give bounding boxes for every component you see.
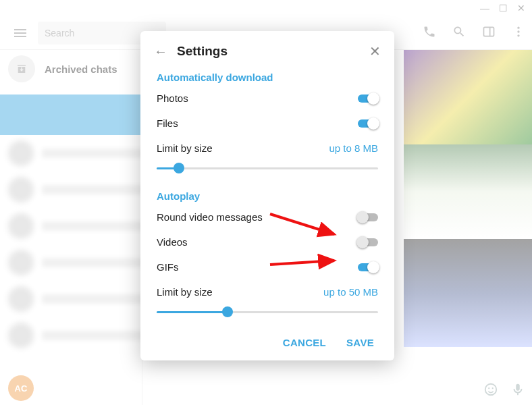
cancel-button[interactable]: CANCEL bbox=[283, 337, 326, 348]
slider-autoplay-limit[interactable] bbox=[157, 306, 378, 318]
label-videos: Videos bbox=[157, 236, 188, 248]
settings-modal: ← Settings ✕ Automatically download Phot… bbox=[140, 31, 394, 360]
limit-value: up to 8 MB bbox=[329, 142, 378, 154]
row-limit-download: Limit by size up to 8 MB bbox=[140, 136, 394, 161]
modal-actions: CANCEL SAVE bbox=[140, 327, 394, 355]
toggle-gifs[interactable] bbox=[358, 263, 378, 271]
back-icon[interactable]: ← bbox=[154, 44, 170, 59]
save-button[interactable]: SAVE bbox=[346, 337, 374, 348]
label-photos: Photos bbox=[157, 92, 188, 104]
row-gifs: GIFs bbox=[140, 254, 394, 279]
toggle-photos[interactable] bbox=[358, 94, 378, 103]
toggle-round-video[interactable] bbox=[358, 213, 378, 221]
row-photos: Photos bbox=[140, 86, 394, 111]
label-gifs: GIFs bbox=[157, 261, 179, 273]
modal-title: Settings bbox=[177, 44, 228, 59]
row-files: Files bbox=[140, 111, 394, 136]
row-round-video: Round video messages bbox=[140, 205, 394, 230]
label-round-video: Round video messages bbox=[157, 211, 263, 223]
label-limit: Limit by size bbox=[157, 142, 213, 154]
label-limit: Limit by size bbox=[157, 286, 213, 298]
close-icon[interactable]: ✕ bbox=[369, 43, 381, 59]
slider-download-limit[interactable] bbox=[157, 162, 378, 174]
section-auto-download: Automatically download bbox=[140, 65, 394, 86]
section-autoplay: Autoplay bbox=[140, 184, 394, 205]
limit-value: up to 50 MB bbox=[323, 286, 378, 298]
toggle-files[interactable] bbox=[358, 119, 378, 128]
label-files: Files bbox=[157, 117, 178, 129]
toggle-videos[interactable] bbox=[358, 238, 378, 246]
row-videos: Videos bbox=[140, 230, 394, 254]
row-limit-autoplay: Limit by size up to 50 MB bbox=[140, 279, 394, 304]
